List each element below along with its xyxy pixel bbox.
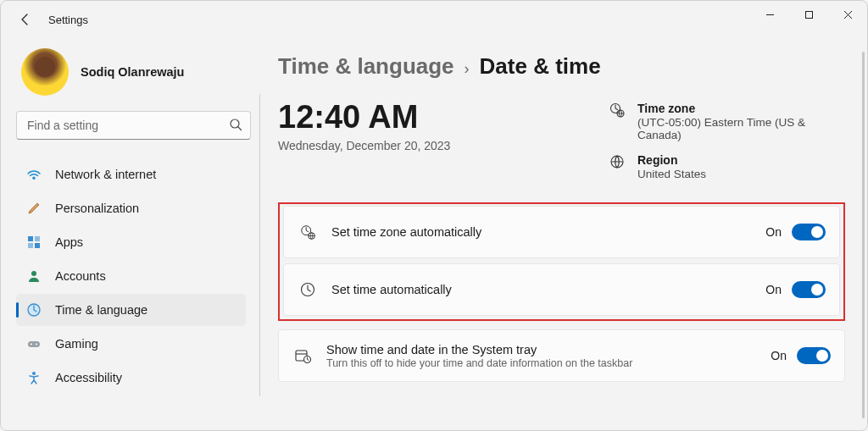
gamepad-icon: [26, 336, 42, 351]
svg-point-11: [36, 344, 37, 345]
avatar: [21, 48, 69, 96]
setting-subtitle: Turn this off to hide your time and date…: [326, 357, 755, 369]
toggle-state-label: On: [765, 283, 782, 296]
setting-title: Set time zone automatically: [331, 225, 750, 239]
toggle-state-label: On: [765, 225, 782, 239]
taskbar-clock-icon: [294, 347, 311, 364]
current-date: Wednesday, December 20, 2023: [278, 139, 575, 152]
close-button[interactable]: [828, 1, 867, 28]
content: Time & language › Date & time 12:40 AM W…: [259, 38, 867, 430]
setting-auto-time[interactable]: Set time automatically On: [283, 263, 840, 316]
svg-point-12: [32, 372, 36, 375]
breadcrumb-parent[interactable]: Time & language: [278, 53, 454, 80]
svg-rect-6: [35, 243, 40, 248]
sidebar-item-personalization[interactable]: Personalization: [16, 192, 246, 224]
svg-point-1: [231, 119, 239, 128]
setting-title: Show time and date in the System tray: [326, 343, 755, 356]
current-time: 12:40 AM: [278, 100, 575, 135]
sidebar-item-network[interactable]: Network & internet: [16, 158, 246, 191]
clock-icon: [299, 281, 316, 298]
toggle-switch[interactable]: [792, 281, 826, 298]
vertical-divider: [259, 94, 260, 396]
clock-globe-icon: [609, 102, 626, 119]
person-icon: [26, 268, 42, 284]
sidebar-item-accounts[interactable]: Accounts: [16, 260, 246, 292]
region-block: Region United States: [609, 153, 845, 180]
search-wrap: [16, 111, 251, 140]
user-name: Sodiq Olanrewaju: [81, 65, 184, 79]
search-icon: [229, 118, 242, 131]
back-button[interactable]: [13, 8, 36, 31]
setting-systray-time[interactable]: Show time and date in the System tray Tu…: [278, 329, 845, 382]
sidebar-item-time-language[interactable]: Time & language: [16, 294, 246, 326]
timezone-value: (UTC-05:00) Eastern Time (US & Canada): [637, 116, 845, 141]
chevron-right-icon: ›: [465, 60, 470, 78]
globe-icon: [609, 153, 626, 170]
sidebar-nav: Network & internet Personalization Apps …: [16, 158, 251, 394]
clock-globe-icon: [26, 302, 42, 318]
titlebar: Settings: [1, 1, 867, 38]
timezone-label: Time zone: [637, 102, 845, 115]
nav-label: Time & language: [55, 303, 147, 317]
breadcrumb-current: Date & time: [480, 53, 601, 80]
nav-label: Gaming: [55, 337, 98, 351]
brush-icon: [26, 201, 42, 216]
scrollbar[interactable]: [862, 52, 865, 418]
svg-rect-3: [28, 236, 33, 241]
highlighted-settings-group: Set time zone automatically On Set time …: [278, 202, 845, 321]
app-title: Settings: [48, 14, 88, 26]
timezone-block: Time zone (UTC-05:00) Eastern Time (US &…: [609, 102, 845, 141]
svg-rect-4: [35, 236, 40, 241]
svg-point-10: [31, 344, 32, 345]
breadcrumb: Time & language › Date & time: [278, 53, 845, 80]
setting-auto-timezone[interactable]: Set time zone automatically On: [283, 206, 840, 258]
toggle-switch[interactable]: [797, 347, 831, 364]
sidebar-item-accessibility[interactable]: Accessibility: [16, 362, 246, 394]
nav-label: Accounts: [55, 269, 106, 283]
svg-rect-5: [28, 243, 33, 248]
nav-label: Apps: [55, 235, 83, 249]
setting-title: Set time automatically: [331, 283, 750, 296]
nav-label: Network & internet: [55, 168, 156, 181]
toggle-switch[interactable]: [792, 224, 826, 240]
nav-label: Accessibility: [55, 371, 122, 384]
svg-point-2: [33, 177, 35, 179]
sidebar-item-gaming[interactable]: Gaming: [16, 328, 246, 360]
window-controls: [750, 1, 867, 28]
svg-point-7: [31, 271, 36, 276]
sidebar: Sodiq Olanrewaju Network & internet Pers…: [1, 38, 259, 430]
minimize-button[interactable]: [750, 1, 789, 28]
sidebar-item-apps[interactable]: Apps: [16, 226, 246, 258]
clock-globe-icon: [299, 223, 316, 241]
maximize-button[interactable]: [789, 1, 828, 28]
apps-icon: [26, 235, 42, 250]
nav-label: Personalization: [55, 202, 139, 215]
profile-block[interactable]: Sodiq Olanrewaju: [16, 47, 251, 111]
info-row: 12:40 AM Wednesday, December 20, 2023 Ti…: [278, 100, 845, 180]
wifi-icon: [26, 167, 42, 182]
svg-rect-9: [28, 341, 40, 347]
svg-rect-0: [805, 11, 812, 18]
region-value: United States: [637, 168, 706, 180]
accessibility-icon: [26, 370, 42, 385]
toggle-state-label: On: [771, 349, 787, 362]
region-label: Region: [637, 153, 706, 167]
search-input[interactable]: [16, 111, 251, 140]
